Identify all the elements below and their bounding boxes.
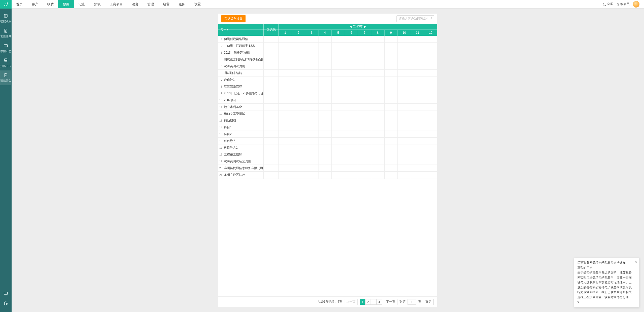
month-cell[interactable] — [371, 151, 385, 158]
table-row[interactable]: 1勿删新锐网络通信 — [218, 36, 437, 43]
table-row[interactable]: 13辅助期初 — [218, 117, 437, 124]
month-cell[interactable] — [398, 172, 411, 178]
logo[interactable] — [0, 0, 12, 9]
month-cell[interactable] — [332, 63, 345, 69]
month-cell[interactable] — [345, 43, 358, 49]
month-cell[interactable] — [345, 63, 358, 69]
month-cell[interactable] — [279, 97, 292, 103]
month-cell[interactable] — [305, 124, 318, 131]
month-cell[interactable] — [318, 110, 332, 117]
month-cell[interactable] — [358, 83, 371, 90]
month-cell[interactable] — [305, 76, 318, 83]
month-cell[interactable] — [411, 97, 424, 103]
month-cell[interactable] — [292, 90, 305, 97]
month-cell[interactable] — [385, 43, 398, 49]
month-cell[interactable] — [305, 144, 318, 151]
month-cell[interactable] — [279, 63, 292, 69]
month-cell[interactable] — [305, 97, 318, 103]
month-cell[interactable] — [385, 76, 398, 83]
month-cell[interactable] — [424, 97, 437, 103]
month-header[interactable]: 6 — [345, 30, 358, 36]
table-row[interactable]: 2（勿删）江西服宝-LSS — [218, 43, 437, 49]
table-row[interactable]: 18工程施工结转 — [218, 151, 437, 158]
month-cell[interactable] — [398, 76, 411, 83]
month-cell[interactable] — [332, 83, 345, 90]
month-cell[interactable] — [398, 104, 411, 110]
sidebar-item[interactable]: 发票开具 — [0, 26, 11, 41]
month-cell[interactable] — [292, 144, 305, 151]
month-cell[interactable] — [371, 172, 385, 178]
page-confirm[interactable]: 确定 — [423, 299, 434, 305]
month-cell[interactable] — [345, 131, 358, 137]
month-cell[interactable] — [318, 70, 332, 76]
month-cell[interactable] — [411, 90, 424, 97]
month-cell[interactable] — [424, 43, 437, 49]
month-cell[interactable] — [398, 56, 411, 63]
month-cell[interactable] — [332, 131, 345, 137]
month-cell[interactable] — [345, 117, 358, 124]
month-cell[interactable] — [411, 172, 424, 178]
month-cell[interactable] — [371, 124, 385, 131]
month-cell[interactable] — [305, 49, 318, 56]
month-cell[interactable] — [332, 43, 345, 49]
code-cell[interactable] — [264, 165, 279, 171]
page-prev[interactable]: 上一页 — [344, 299, 358, 305]
month-cell[interactable] — [305, 63, 318, 69]
month-cell[interactable] — [398, 124, 411, 131]
month-cell[interactable] — [371, 117, 385, 124]
customer-name[interactable]: 2013日记账（不要删除哈，谢... — [223, 90, 264, 97]
month-cell[interactable] — [332, 165, 345, 171]
customer-name[interactable]: 地方水利基金 — [223, 104, 264, 110]
month-cell[interactable] — [385, 49, 398, 56]
month-cell[interactable] — [332, 138, 345, 144]
month-cell[interactable] — [279, 172, 292, 178]
month-cell[interactable] — [358, 104, 371, 110]
settings-button[interactable]: 票据类别设置 — [221, 15, 246, 22]
month-cell[interactable] — [371, 131, 385, 137]
month-cell[interactable] — [345, 178, 358, 179]
table-row[interactable]: 12杨仙女工资测试 — [218, 110, 437, 117]
code-cell[interactable] — [264, 83, 279, 90]
month-cell[interactable] — [398, 36, 411, 42]
month-cell[interactable] — [345, 70, 358, 76]
table-row[interactable]: 102007会计 — [218, 97, 437, 104]
month-cell[interactable] — [292, 138, 305, 144]
month-cell[interactable] — [279, 56, 292, 63]
month-cell[interactable] — [292, 63, 305, 69]
month-cell[interactable] — [305, 70, 318, 76]
code-cell[interactable] — [264, 158, 279, 165]
sidebar-help[interactable] — [0, 298, 12, 308]
month-cell[interactable] — [332, 158, 345, 165]
month-cell[interactable] — [385, 158, 398, 165]
month-cell[interactable] — [345, 97, 358, 103]
table-row[interactable]: 8汇算清缴流程 — [218, 83, 437, 90]
sidebar-item[interactable]: 票据汇总 — [0, 41, 11, 56]
month-cell[interactable] — [318, 172, 332, 178]
month-cell[interactable] — [385, 63, 398, 69]
month-cell[interactable] — [305, 178, 318, 179]
month-cell[interactable] — [292, 124, 305, 131]
month-cell[interactable] — [345, 49, 358, 56]
month-cell[interactable] — [411, 110, 424, 117]
month-cell[interactable] — [411, 178, 424, 179]
month-header[interactable]: 11 — [411, 30, 424, 36]
month-cell[interactable] — [371, 83, 385, 90]
month-cell[interactable] — [358, 151, 371, 158]
code-cell[interactable] — [264, 63, 279, 69]
customer-name[interactable]: 2022年十三香 — [223, 178, 264, 179]
month-cell[interactable] — [398, 151, 411, 158]
month-cell[interactable] — [318, 43, 332, 49]
month-cell[interactable] — [305, 83, 318, 90]
month-header[interactable]: 1 — [279, 30, 292, 36]
month-cell[interactable] — [411, 56, 424, 63]
month-cell[interactable] — [292, 117, 305, 124]
month-cell[interactable] — [398, 138, 411, 144]
table-row[interactable]: 15科目2 — [218, 131, 437, 138]
month-cell[interactable] — [279, 36, 292, 42]
month-cell[interactable] — [385, 70, 398, 76]
month-cell[interactable] — [279, 144, 292, 151]
month-cell[interactable] — [345, 165, 358, 171]
month-cell[interactable] — [411, 124, 424, 131]
month-cell[interactable] — [345, 124, 358, 131]
page-number[interactable]: 3 — [371, 299, 376, 305]
